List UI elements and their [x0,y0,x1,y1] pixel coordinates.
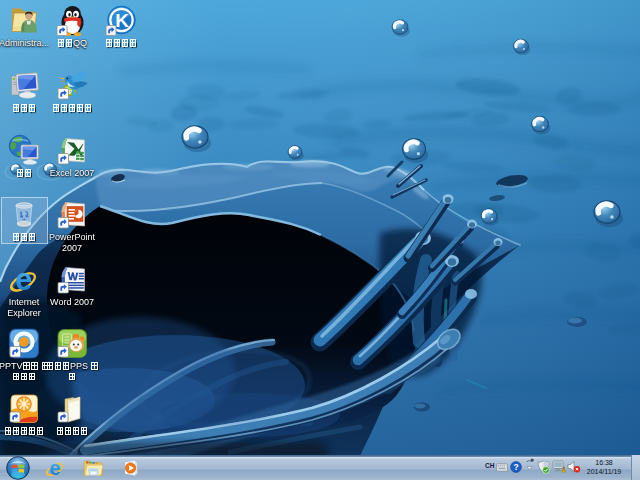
svg-text:?: ? [513,462,518,472]
svg-text:e: e [15,263,32,297]
svg-text:K: K [115,10,129,31]
